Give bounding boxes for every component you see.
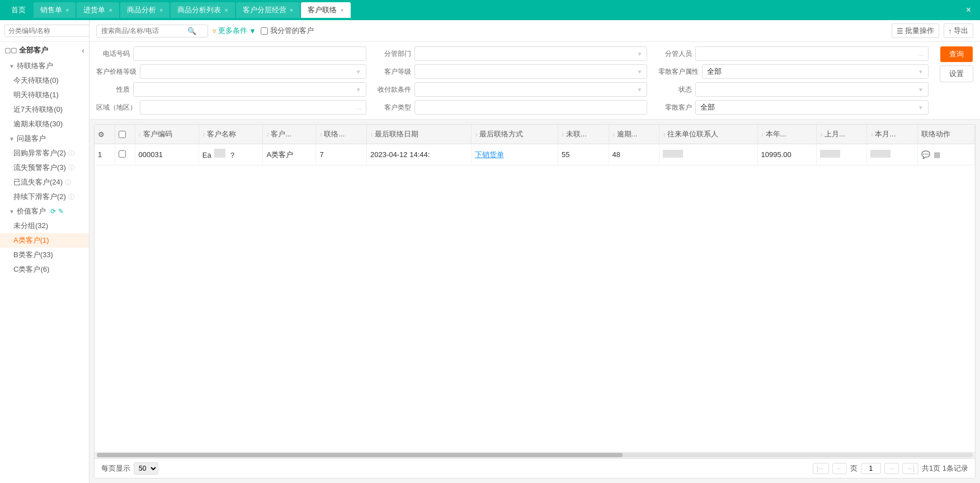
sort-icon8: ↕ — [613, 131, 615, 138]
main-search-icon[interactable]: 🔍 — [187, 27, 196, 35]
horizontal-scrollbar[interactable] — [95, 452, 975, 458]
settings-icon[interactable]: ⚙ — [98, 130, 105, 139]
first-page-btn[interactable]: |← — [813, 463, 829, 474]
filter-customer-type-input[interactable] — [414, 100, 648, 115]
sidebar-item-today[interactable]: 今天待联络(0) — [0, 73, 89, 88]
th-last-date[interactable]: ↕ 最后联络日期 — [367, 125, 472, 144]
nav-home[interactable]: 首页 — [4, 2, 32, 18]
more-filter-btn[interactable]: ▿ 更多条件 ▼ — [213, 26, 256, 36]
prev-page-btn[interactable]: ← — [832, 463, 847, 474]
last-method-link[interactable]: 下销货单 — [475, 150, 504, 159]
nav-tab-purchase[interactable]: 进货单 × — [77, 2, 119, 18]
filter-person-input[interactable]: ... — [695, 46, 929, 61]
th-this-month[interactable]: ↕ 本月... — [867, 125, 918, 144]
scrollbar-thumb[interactable] — [97, 453, 623, 457]
close-tab-customer-contact[interactable]: × — [340, 7, 343, 13]
close-tab-sales[interactable]: × — [65, 7, 69, 13]
sidebar-item-ungrouped[interactable]: 未分组(32) — [0, 219, 89, 233]
filter-payment-input[interactable]: ▼ — [414, 82, 648, 97]
per-page-select[interactable]: 50 — [134, 462, 158, 475]
filter-retail-customer-input[interactable]: 全部 ▼ — [695, 100, 929, 115]
sidebar-item-b-class[interactable]: B类客户(33) — [0, 248, 89, 262]
th-last-month[interactable]: ↕ 上月... — [816, 125, 867, 144]
close-tab-analysis[interactable]: × — [159, 7, 163, 13]
batch-op-btn[interactable]: ☰ 批量操作 — [892, 23, 939, 38]
arrow-down-icon3: ▼ — [9, 209, 15, 215]
sidebar-item-repurchase-abnormal[interactable]: 回购异常客户(2) ⓘ — [0, 146, 89, 160]
settings-button[interactable]: 设置 — [940, 65, 973, 82]
next-page-btn[interactable]: → — [884, 463, 899, 474]
th-checkbox[interactable] — [115, 125, 135, 144]
th-level[interactable]: ↕ 客户... — [263, 125, 316, 144]
table-row: 1 000031 Ea ？ A类客户 7 — [95, 144, 975, 165]
sort-icon12: ↕ — [870, 131, 873, 138]
sidebar-item-loss-warning[interactable]: 流失预警客户(3) ⓘ — [0, 160, 89, 175]
nav-tab-analysis[interactable]: 商品分析 × — [120, 2, 169, 18]
row-checkbox[interactable] — [119, 150, 126, 158]
td-code: 000031 — [135, 144, 199, 165]
sidebar-item-overdue[interactable]: 逾期未联络(30) — [0, 117, 89, 131]
page-number-input[interactable] — [861, 463, 881, 474]
query-button[interactable]: 查询 — [940, 46, 973, 62]
sidebar-item-tomorrow[interactable]: 明天待联络(1) — [0, 88, 89, 102]
th-this-year[interactable]: ↕ 本年... — [757, 125, 816, 144]
td-last-method[interactable]: 下销货单 — [471, 144, 558, 165]
pagination-left: 每页显示 50 — [101, 462, 158, 475]
close-all-tabs[interactable]: × — [962, 5, 976, 15]
action-icons[interactable]: 💬 ▦ — [921, 150, 971, 159]
th-last-method[interactable]: ↕ 最后联络方式 — [471, 125, 558, 144]
filter-price-level-input[interactable]: ▼ — [140, 64, 366, 79]
th-name[interactable]: ↕ 客户名称 — [199, 125, 263, 144]
my-customer-check[interactable] — [261, 27, 268, 35]
dots-icon: ... — [918, 50, 924, 58]
th-contact2[interactable]: ↕ 往来单位联系人 — [659, 125, 757, 144]
sidebar-group-value[interactable]: ▼ 价值客户 ⟳ ✎ — [0, 204, 89, 219]
close-tab-purchase[interactable]: × — [109, 7, 112, 13]
table-wrapper[interactable]: ⚙ ↕ 客户编码 — [95, 125, 975, 452]
filter-payment: 收付款条件 ▼ — [378, 82, 648, 97]
sidebar-item-declining[interactable]: 持续下滑客户(2) ⓘ — [0, 190, 89, 204]
edit-icon[interactable]: ✎ — [58, 207, 64, 215]
export-btn[interactable]: ↑ 导出 — [944, 23, 974, 38]
refresh-icon[interactable]: ⟳ — [50, 207, 56, 215]
last-page-btn[interactable]: →| — [902, 463, 918, 474]
sidebar-group-pending[interactable]: ▼ 待联络客户 — [0, 59, 89, 73]
chevron-down-icon3: ▼ — [356, 69, 361, 75]
close-tab-analysis-list[interactable]: × — [224, 7, 228, 13]
th-uncontacted[interactable]: ↕ 未联... — [558, 125, 609, 144]
nav-tab-customer-contact[interactable]: 客户联络 × — [301, 2, 350, 18]
filter-retail-attr-input[interactable]: 全部 ▼ — [702, 64, 929, 79]
nav-tab-sales[interactable]: 销售单 × — [34, 2, 76, 18]
filter-dept-input[interactable]: ▼ — [414, 46, 648, 61]
filter-status-input[interactable]: ▼ — [695, 82, 929, 97]
sidebar-item-a-class[interactable]: A类客户(1) — [0, 233, 89, 248]
th-code[interactable]: ↕ 客户编码 — [135, 125, 199, 144]
filter-phone-input[interactable] — [133, 46, 366, 61]
chevron-down-icon5: ▼ — [918, 69, 924, 75]
nav-tab-customer-segment[interactable]: 客户分层经营 × — [236, 2, 300, 18]
scrollbar-track[interactable] — [97, 453, 973, 457]
close-tab-customer-segment[interactable]: × — [290, 7, 293, 13]
qr-icon[interactable]: ▦ — [934, 150, 940, 159]
sidebar-collapse-btn[interactable]: ‹ — [82, 46, 84, 55]
filter-row-4: 区域（地区） ... 客户类型 零散客户 — [96, 100, 929, 115]
td-checkbox[interactable] — [115, 144, 135, 165]
select-all-checkbox[interactable] — [119, 131, 126, 138]
my-customer-checkbox[interactable]: 我分管的客户 — [261, 26, 314, 36]
sidebar-search-input[interactable] — [4, 25, 89, 37]
th-contact[interactable]: ↕ 联络... — [316, 125, 367, 144]
td-action[interactable]: 💬 ▦ — [918, 144, 975, 165]
message-icon[interactable]: 💬 — [921, 150, 930, 159]
filter-customer-level-input[interactable]: ▼ — [414, 64, 648, 79]
sidebar-item-lost[interactable]: 已流失客户(24) ⓘ — [0, 175, 89, 190]
sidebar-item-7days[interactable]: 近7天待联络(0) — [0, 102, 89, 117]
th-settings[interactable]: ⚙ — [95, 125, 115, 144]
filter-region-input[interactable]: ... — [140, 100, 366, 115]
filter-nature-input[interactable]: ▼ — [133, 82, 366, 97]
th-overdue[interactable]: ↕ 逾期... — [609, 125, 659, 144]
sidebar-item-c-class[interactable]: C类客户(6) — [0, 262, 89, 277]
sidebar-all-customers[interactable]: ▢▢ 全部客户 ‹ — [0, 42, 89, 59]
sidebar-group-problem[interactable]: ▼ 问题客户 — [0, 131, 89, 146]
nav-tab-analysis-list[interactable]: 商品分析列表 × — [171, 2, 234, 18]
main-search-input[interactable] — [101, 27, 185, 35]
